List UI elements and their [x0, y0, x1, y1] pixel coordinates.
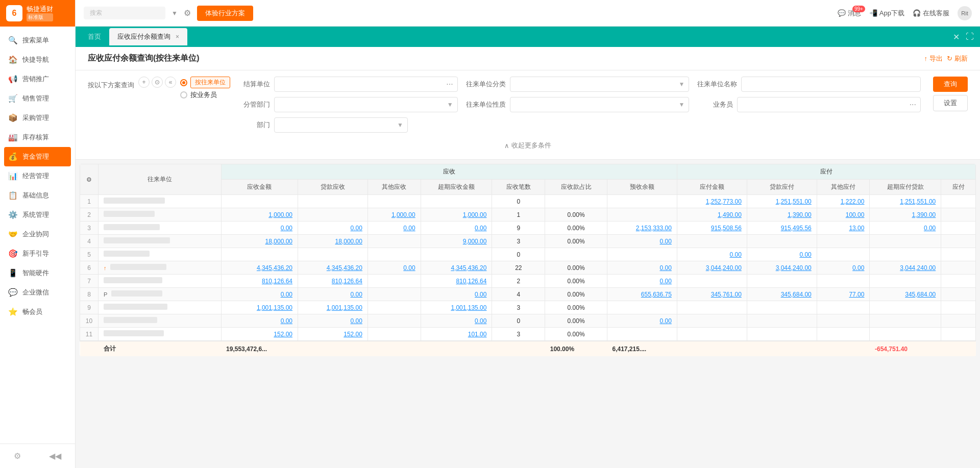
advance-balance[interactable]	[607, 301, 677, 314]
overdue-receivable[interactable]	[421, 195, 492, 208]
payable-amount[interactable]	[677, 275, 747, 288]
payable-amount[interactable]	[677, 328, 747, 341]
advance-balance[interactable]: 0.00	[607, 235, 677, 248]
sidebar-item-guide[interactable]: 🎯 新手引导	[0, 244, 75, 263]
other-receivable[interactable]	[368, 235, 421, 248]
payable-amount[interactable]: 3,044,240.00	[677, 261, 747, 275]
payable2[interactable]	[941, 301, 976, 314]
loan-receivable[interactable]: 810,126.64	[298, 275, 368, 288]
other-payable[interactable]: 0.00	[817, 261, 870, 275]
tab-expand-btn[interactable]: ⛶	[964, 30, 976, 44]
overdue-receivable[interactable]: 9,000.00	[421, 235, 492, 248]
payable2[interactable]	[941, 328, 976, 341]
filter-input-salesperson[interactable]: ···	[737, 97, 921, 112]
overdue-receivable[interactable]: 0.00	[421, 288, 492, 301]
overdue-receivable[interactable]: 1,001,135.00	[421, 301, 492, 314]
loan-receivable[interactable]	[298, 195, 368, 208]
loan-payable[interactable]: 0.00	[747, 248, 817, 261]
loan-payable[interactable]: 3,044,240.00	[747, 261, 817, 275]
other-payable[interactable]	[817, 275, 870, 288]
overdue-receivable[interactable]: 101.00	[421, 328, 492, 341]
advance-balance[interactable]: 0.00	[607, 314, 677, 328]
filter-input-settlement[interactable]: ···	[274, 77, 458, 92]
loan-receivable[interactable]: 0.00	[298, 314, 368, 328]
loan-payable[interactable]	[747, 235, 817, 248]
other-receivable[interactable]	[368, 248, 421, 261]
other-payable[interactable]	[817, 314, 870, 328]
advance-balance[interactable]	[607, 208, 677, 221]
loan-receivable[interactable]: 0.00	[298, 288, 368, 301]
payable2[interactable]	[941, 221, 976, 235]
payable-amount[interactable]: 1,490.00	[677, 208, 747, 221]
sidebar-item-basic[interactable]: 📋 基础信息	[0, 186, 75, 205]
filter-settings-btn[interactable]: ⊙	[152, 77, 163, 88]
overdue-receivable[interactable]	[421, 248, 492, 261]
tab-close-window-btn[interactable]: ✕	[951, 30, 962, 44]
sidebar-item-inventory[interactable]: 🏭 库存核算	[0, 128, 75, 147]
loan-receivable[interactable]	[298, 248, 368, 261]
overdue-payable[interactable]	[870, 314, 941, 328]
sidebar-item-purchase[interactable]: 📦 采购管理	[0, 108, 75, 128]
sidebar-item-operation[interactable]: 📊 经营管理	[0, 166, 75, 186]
payable-amount[interactable]	[677, 301, 747, 314]
sidebar-item-search[interactable]: 🔍 搜索菜单	[0, 31, 75, 50]
filter-option-salesperson[interactable]: 按业务员	[180, 90, 230, 100]
advance-balance[interactable]: 0.00	[607, 275, 677, 288]
other-payable[interactable]: 100.00	[817, 208, 870, 221]
tab-close-btn[interactable]: ×	[176, 33, 179, 40]
payable2[interactable]	[941, 248, 976, 261]
payable2[interactable]	[941, 275, 976, 288]
sidebar-item-marketing[interactable]: 📢 营销推广	[0, 69, 75, 89]
tab-receivable-payable[interactable]: 应收应付余额查询 ×	[109, 28, 187, 45]
sidebar-item-quick-nav[interactable]: 🏠 快捷导航	[0, 50, 75, 69]
query-btn[interactable]: 查询	[933, 77, 968, 92]
receivable-amount[interactable]: 810,126.64	[221, 275, 298, 288]
loan-receivable[interactable]	[298, 208, 368, 221]
overdue-payable[interactable]: 0.00	[870, 221, 941, 235]
filter-collapse-btn[interactable]: «	[165, 77, 176, 88]
topbar-gear-icon[interactable]: ⚙	[184, 8, 191, 18]
filter-select-partner-nature[interactable]: ▼	[510, 97, 690, 112]
other-payable[interactable]	[817, 301, 870, 314]
overdue-payable[interactable]	[870, 235, 941, 248]
other-receivable[interactable]	[368, 314, 421, 328]
topbar-dropdown[interactable]: ▼	[172, 10, 178, 17]
payable2[interactable]	[941, 208, 976, 221]
sidebar-item-finance[interactable]: 💰 资金管理	[4, 147, 71, 166]
sidebar-item-sales[interactable]: 🛒 销售管理	[0, 89, 75, 108]
settings-btn[interactable]: 设置	[933, 95, 968, 111]
advance-balance[interactable]	[607, 328, 677, 341]
notification-btn[interactable]: 💬 消息 99+	[838, 9, 861, 18]
payable-amount[interactable]: 0.00	[677, 248, 747, 261]
refresh-btn[interactable]: ↻ 刷新	[947, 54, 968, 63]
other-receivable[interactable]	[368, 301, 421, 314]
payable-amount[interactable]	[677, 235, 747, 248]
loan-receivable[interactable]: 152.00	[298, 328, 368, 341]
loan-payable[interactable]: 345,684.00	[747, 288, 817, 301]
other-payable[interactable]: 1,222.00	[817, 195, 870, 208]
tab-home[interactable]: 首页	[80, 28, 109, 45]
overdue-payable[interactable]: 1,390.00	[870, 208, 941, 221]
payable2[interactable]	[941, 314, 976, 328]
overdue-receivable[interactable]: 0.00	[421, 314, 492, 328]
overdue-payable[interactable]	[870, 248, 941, 261]
advance-balance[interactable]: 0.00	[607, 261, 677, 275]
advance-balance[interactable]	[607, 195, 677, 208]
filter-select-supervisor[interactable]: ▼	[274, 97, 458, 112]
loan-payable[interactable]	[747, 314, 817, 328]
payable2[interactable]	[941, 195, 976, 208]
settings-footer-btn[interactable]: ⚙	[10, 449, 25, 463]
overdue-receivable[interactable]: 810,126.64	[421, 275, 492, 288]
overdue-payable[interactable]: 345,684.00	[870, 288, 941, 301]
other-payable[interactable]	[817, 235, 870, 248]
loan-receivable[interactable]: 1,001,135.00	[298, 301, 368, 314]
overdue-payable[interactable]: 1,251,551.00	[870, 195, 941, 208]
payable-amount[interactable]: 345,761.00	[677, 288, 747, 301]
receivable-amount[interactable]: 4,345,436.20	[221, 261, 298, 275]
loan-receivable[interactable]: 4,345,436.20	[298, 261, 368, 275]
other-payable[interactable]	[817, 328, 870, 341]
filter-add-btn[interactable]: +	[138, 77, 150, 88]
receivable-amount[interactable]: 1,000.00	[221, 208, 298, 221]
receivable-amount[interactable]: 18,000.00	[221, 235, 298, 248]
loan-payable[interactable]: 915,495.56	[747, 221, 817, 235]
